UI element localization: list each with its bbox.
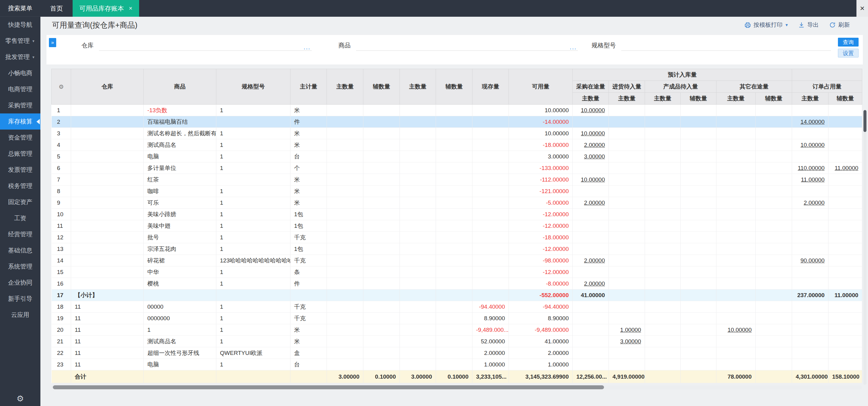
drilldown-link[interactable]: 14.00000: [801, 119, 825, 125]
tab-home[interactable]: 首页: [40, 0, 72, 17]
cell[interactable]: 2.00000: [573, 278, 609, 290]
table-row[interactable]: 1811000001千克-94.40000-94.40000: [52, 301, 862, 313]
sidebar-item[interactable]: 系统管理: [0, 259, 40, 274]
table-row[interactable]: 13宗泽五花肉11包-12.00000: [52, 243, 862, 255]
drilldown-link[interactable]: 2.00000: [584, 200, 605, 206]
sub-header[interactable]: 主数量: [716, 93, 755, 105]
col-header-finished-pending[interactable]: 产成品待入量: [645, 81, 716, 93]
col-header-aux-qty-2[interactable]: 辅数量: [436, 69, 472, 105]
col-header-product[interactable]: 商品: [144, 69, 216, 105]
warehouse-picker-dots-icon[interactable]: ...: [304, 45, 310, 49]
spec-input[interactable]: [621, 40, 831, 51]
drilldown-link[interactable]: 2.00000: [804, 200, 825, 206]
col-header-aux-qty[interactable]: 辅数量: [363, 69, 400, 105]
tab-available-stock-ledger[interactable]: 可用品库存账本 ×: [72, 0, 139, 17]
col-header-unit[interactable]: 主计量: [290, 69, 327, 105]
col-header-main-qty-2[interactable]: 主数量: [400, 69, 436, 105]
sub-header[interactable]: 主数量: [645, 93, 681, 105]
table-row[interactable]: 2百瑞福电脑百结件-14.0000014.00000: [52, 116, 862, 128]
table-row[interactable]: 14碎花裙123哈哈哈哈哈哈哈哈哈哈哈...千克-98.000002.00000…: [52, 255, 862, 266]
table-row[interactable]: 4测试商品名1米-18.000002.0000010.00000: [52, 139, 862, 151]
drilldown-link[interactable]: 10.00000: [581, 176, 605, 183]
sub-header[interactable]: 辅数量: [829, 93, 862, 105]
drilldown-link[interactable]: 1.00000: [620, 327, 641, 333]
drilldown-link[interactable]: 3.00000: [584, 153, 605, 160]
col-header-spec[interactable]: 规格型号: [216, 69, 290, 105]
drilldown-link[interactable]: 2.00000: [584, 257, 605, 264]
cell[interactable]: 14.00000: [792, 116, 829, 128]
table-row[interactable]: 11美味中翅11包-12.00000: [52, 220, 862, 232]
col-header-purchase-transit[interactable]: 采购在途量: [573, 81, 609, 93]
table-row[interactable]: 12批号1千克-18.00000: [52, 232, 862, 243]
sidebar-item[interactable]: 企业协同: [0, 274, 40, 291]
sidebar-item[interactable]: 库存核算: [0, 113, 40, 129]
table-row[interactable]: 201111米-9,489.000...-9,489.000001.000001…: [52, 324, 862, 336]
drilldown-link[interactable]: 110.00000: [798, 165, 825, 171]
table-row[interactable]: 15中华1条-12.00000: [52, 266, 862, 278]
sub-header[interactable]: 辅数量: [681, 93, 716, 105]
table-row[interactable]: 9可乐1米-5.000002.000002.00000: [52, 197, 862, 209]
sidebar-item[interactable]: 税务管理: [0, 178, 40, 194]
sidebar-item[interactable]: 基础信息: [0, 242, 40, 259]
sidebar-item[interactable]: 电商管理: [0, 81, 40, 97]
drilldown-link[interactable]: 3.00000: [620, 338, 641, 345]
table-row[interactable]: 6多计量单位1个-133.00000110.0000011.00000: [52, 163, 862, 174]
cell[interactable]: 10.00000: [792, 139, 829, 151]
sidebar-item[interactable]: 采购管理: [0, 97, 40, 113]
horizontal-scrollbar[interactable]: [51, 385, 862, 389]
subtotal-row[interactable]: 17【小计】-552.0000041.00000237.0000011.0000…: [52, 290, 862, 301]
drilldown-link[interactable]: 11.00000: [801, 176, 825, 183]
col-header-available[interactable]: 可用量: [509, 69, 573, 105]
cell[interactable]: 11.00000: [829, 163, 862, 174]
cell[interactable]: 3.00000: [573, 151, 609, 163]
sidebar-item[interactable]: 经营管理: [0, 226, 40, 242]
drilldown-link[interactable]: 10.00000: [727, 327, 752, 333]
cell[interactable]: 90.00000: [792, 255, 829, 266]
export-button[interactable]: 导出: [798, 21, 819, 29]
drilldown-link[interactable]: 10.00000: [581, 107, 605, 113]
col-header-other-transit[interactable]: 其它在途量: [716, 81, 792, 93]
vertical-scrollbar[interactable]: [863, 110, 866, 385]
sub-header[interactable]: 主数量: [792, 93, 829, 105]
sidebar-search-menu[interactable]: 搜索菜单: [0, 0, 40, 17]
product-picker-dots-icon[interactable]: ...: [570, 45, 577, 49]
col-header-warehouse[interactable]: 仓库: [71, 69, 144, 105]
cell[interactable]: 110.00000: [792, 163, 829, 174]
table-row[interactable]: 2211超细一次性弓形牙线QWERTYUI欧派盒2.000002.00000: [52, 347, 862, 359]
tab-close-icon[interactable]: ×: [129, 5, 132, 12]
warehouse-input[interactable]: ...: [99, 40, 312, 51]
table-row[interactable]: 7红茶米-112.0000010.0000011.00000: [52, 174, 862, 185]
product-input[interactable]: ...: [356, 40, 578, 51]
table-row[interactable]: 3测试名称超长，然后截断有没...1米10.0000010.00000: [52, 128, 862, 139]
sidebar-item[interactable]: 云应用: [0, 307, 40, 323]
cell[interactable]: 10.00000: [573, 105, 609, 116]
cell[interactable]: 1.00000: [609, 324, 645, 336]
sub-header[interactable]: 主数量: [609, 93, 645, 105]
drilldown-link[interactable]: 10.00000: [801, 142, 825, 148]
cell[interactable]: 2.00000: [573, 197, 609, 209]
sidebar-item[interactable]: 快捷导航: [0, 17, 40, 33]
cell[interactable]: 10.00000: [573, 128, 609, 139]
table-row[interactable]: 1-13负数1米10.0000010.00000: [52, 105, 862, 116]
grid-settings-icon[interactable]: ⚙: [52, 69, 71, 105]
sidebar-item[interactable]: 小畅电商: [0, 65, 40, 81]
col-header-current-stock[interactable]: 现存量: [472, 69, 509, 105]
sub-header[interactable]: 辅数量: [755, 93, 792, 105]
sidebar-item[interactable]: 固定资产: [0, 194, 40, 210]
refresh-button[interactable]: 刷新: [829, 21, 850, 29]
drilldown-link[interactable]: 10.00000: [581, 130, 605, 137]
sidebar-item[interactable]: 资金管理: [0, 129, 40, 146]
cell[interactable]: 2.00000: [792, 197, 829, 209]
col-header-order-occupied[interactable]: 订单占用量: [792, 81, 862, 93]
table-row[interactable]: 5电脑1台3.000003.00000: [52, 151, 862, 163]
sub-header[interactable]: 主数量: [573, 93, 609, 105]
drilldown-link[interactable]: 90.00000: [801, 257, 825, 264]
sidebar-item[interactable]: 零售管理▼: [0, 33, 40, 49]
drilldown-link[interactable]: 2.00000: [584, 142, 605, 148]
total-row[interactable]: 合计3.000000.100003.000000.100003,233,105.…: [52, 370, 862, 383]
col-header-incoming-pending[interactable]: 进货待入量: [609, 81, 645, 93]
table-row[interactable]: 2311电脑1台1.000001.00000: [52, 359, 862, 370]
drilldown-link[interactable]: 2.00000: [584, 281, 605, 287]
horizontal-scrollbar-thumb[interactable]: [53, 385, 604, 389]
sidebar-item[interactable]: 工资: [0, 210, 40, 226]
